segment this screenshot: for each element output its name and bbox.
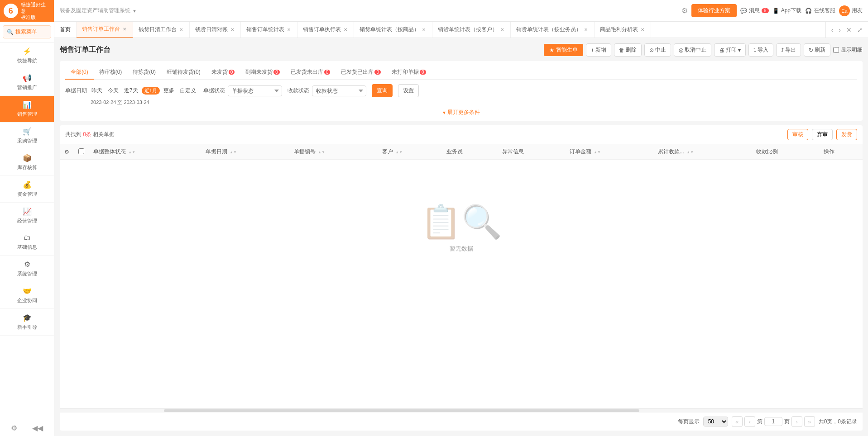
sort-status-icon[interactable]: ▲▼ <box>128 151 135 154</box>
refresh-button[interactable]: ↻ 刷新 <box>804 43 830 57</box>
tab-sales-summary-product[interactable]: 销货单统计表（按商品） ✕ <box>354 22 432 38</box>
payment-select[interactable]: 收款状态 <box>312 85 366 96</box>
sidebar-item-basic[interactable]: 🗂 基础信息 <box>0 229 54 256</box>
tab-sales-workbench[interactable]: 销售订单工作台 ✕ <box>77 22 133 38</box>
tab-close-cash-reconcile[interactable]: ✕ <box>230 26 235 33</box>
status-select[interactable]: 单据状态 <box>228 85 282 96</box>
col-settings[interactable]: ⚙ <box>60 144 74 160</box>
date-btn-1month[interactable]: 近1月 <box>142 87 160 95</box>
col-checkbox[interactable] <box>74 144 89 160</box>
user-action[interactable]: Ea 用友 <box>839 5 863 16</box>
sidebar-item-marketing[interactable]: 📢 营销推广 <box>0 69 54 96</box>
sidebar-item-purchase[interactable]: 🛒 采购管理 <box>0 123 54 149</box>
new-button[interactable]: + 新增 <box>586 43 611 57</box>
sidebar-item-system[interactable]: ⚙ 系统管理 <box>0 256 54 282</box>
settings-button[interactable]: 设置 <box>398 84 419 97</box>
tab-close-cash-daily[interactable]: ✕ <box>178 26 184 33</box>
delete-button[interactable]: 🗑 删除 <box>614 43 642 57</box>
filter-tab-pending-audit[interactable]: 待审核(0) <box>94 66 128 80</box>
online-service-action[interactable]: 🎧 在线客服 <box>805 7 835 14</box>
system-dropdown-arrow[interactable]: ▾ <box>133 8 136 14</box>
sort-date-icon[interactable]: ▲▼ <box>230 151 237 154</box>
filter-tab-wangpu-ship[interactable]: 旺铺待发货(0) <box>161 66 206 80</box>
tab-next-icon[interactable]: › <box>837 25 843 34</box>
filter-tab-all[interactable]: 全部(0) <box>65 66 94 80</box>
sidebar-item-quick-nav[interactable]: ⚡ 快捷导航 <box>0 43 54 69</box>
table-area: 共找到 0条 相关单据 审核 弃审 发货 ⚙ <box>60 125 863 431</box>
page-last-btn[interactable]: » <box>804 416 815 427</box>
tab-cash-reconcile[interactable]: 钱货日清对账 ✕ <box>190 22 241 38</box>
tab-close-sales-workbench[interactable]: ✕ <box>122 26 127 33</box>
scrollbar-thumb[interactable] <box>164 409 639 412</box>
filter-tab-unshipped[interactable]: 未发货0 <box>206 66 240 80</box>
cancel-audit-batch-button[interactable]: 弃审 <box>812 129 833 140</box>
ship-batch-button[interactable]: 发货 <box>836 129 857 140</box>
tab-close-sales-stats[interactable]: ✕ <box>286 26 292 33</box>
sidebar-item-operation[interactable]: 📈 经营管理 <box>0 203 54 229</box>
sort-customer-icon[interactable]: ▲▼ <box>395 151 403 154</box>
tab-cash-daily[interactable]: 钱货日清工作台 ✕ <box>133 22 190 38</box>
headset-icon: 🎧 <box>805 8 812 14</box>
filter-tab-overdue-ship[interactable]: 到期未发货0 <box>240 66 285 80</box>
sort-amount-icon[interactable]: ▲▼ <box>594 151 601 154</box>
col-operation: 操作 <box>819 144 863 160</box>
show-detail-checkbox[interactable] <box>833 47 839 53</box>
filter-tab-shipped-out[interactable]: 已发货已出库0 <box>336 66 386 80</box>
sidebar-item-enterprise[interactable]: 🤝 企业协同 <box>0 282 54 309</box>
tab-close-sales-exec[interactable]: ✕ <box>343 26 348 33</box>
cancel-suspend-button[interactable]: ◎ 取消中止 <box>674 43 711 57</box>
filter-tab-pending-pick[interactable]: 待拣货(0) <box>127 66 161 80</box>
industry-plan-button[interactable]: 体验行业方案 <box>691 4 737 17</box>
sort-number-icon[interactable]: ▲▼ <box>318 151 325 154</box>
tab-sales-summary-customer[interactable]: 销货单统计表（按客户） ✕ <box>432 22 511 38</box>
tab-close-sales-summary-customer[interactable]: ✕ <box>499 26 505 33</box>
expand-more-btn[interactable]: ▾ 展开更多条件 <box>65 109 857 116</box>
tab-sales-stats[interactable]: 销售订单统计表 ✕ <box>241 22 297 38</box>
query-button[interactable]: 查询 <box>372 84 393 97</box>
date-btn-7days[interactable]: 近7天 <box>122 86 140 95</box>
sidebar-item-sales[interactable]: 📊 销售管理 <box>0 96 54 123</box>
filter-tab-shipped-not-out[interactable]: 已发货未出库0 <box>285 66 336 80</box>
search-menu-button[interactable]: 🔍 搜索菜单 <box>3 25 51 38</box>
tab-close-sales-summary-staff[interactable]: ✕ <box>583 26 589 33</box>
date-btn-more[interactable]: 更多 <box>162 86 176 95</box>
tab-maximize-icon[interactable]: ⤢ <box>855 25 864 34</box>
suspend-button[interactable]: ⊙ 中止 <box>644 43 671 57</box>
app-download-action[interactable]: 📱 App下载 <box>772 7 801 14</box>
horizontal-scrollbar[interactable] <box>60 408 863 412</box>
tab-sales-exec[interactable]: 销售订单执行表 ✕ <box>297 22 354 38</box>
phone-icon: 📱 <box>772 8 779 14</box>
tab-home[interactable]: 首页 <box>54 22 77 38</box>
tab-close-all-icon[interactable]: ✕ <box>844 25 854 34</box>
collapse-sidebar-icon[interactable]: ◀◀ <box>32 424 43 432</box>
print-button[interactable]: 🖨 打印 ▾ <box>714 43 746 57</box>
topbar-gear-icon[interactable]: ⚙ <box>681 6 688 15</box>
show-detail-checkbox-label[interactable]: 显示明细 <box>833 46 863 54</box>
quick-nav-icon: ⚡ <box>23 47 32 56</box>
page-next-btn[interactable]: › <box>791 416 802 427</box>
message-action[interactable]: 💬 消息 6 <box>740 7 769 14</box>
smart-order-button[interactable]: ★ 智能生单 <box>544 44 583 56</box>
date-btn-today[interactable]: 今天 <box>106 86 120 95</box>
audit-batch-button[interactable]: 审核 <box>787 129 808 140</box>
date-btn-custom[interactable]: 自定义 <box>178 86 198 95</box>
import-button[interactable]: ⤵ 导入 <box>748 43 773 57</box>
sidebar-item-newbie[interactable]: 🎓 新手引导 <box>0 309 54 336</box>
filter-tab-not-printed[interactable]: 未打印单据0 <box>386 66 432 80</box>
sidebar-item-finance[interactable]: 💰 资金管理 <box>0 176 54 203</box>
tab-prev-icon[interactable]: ‹ <box>830 25 835 34</box>
page-first-btn[interactable]: « <box>732 416 743 427</box>
tab-sales-summary-staff[interactable]: 销货单统计表（按业务员） ✕ <box>511 22 595 38</box>
sort-collected-icon[interactable]: ▲▼ <box>686 151 694 154</box>
page-prev-btn[interactable]: ‹ <box>744 416 755 427</box>
sidebar-item-inventory[interactable]: 📦 库存核算 <box>0 149 54 176</box>
page-size-select[interactable]: 50 20 100 <box>703 417 728 427</box>
date-btn-yesterday[interactable]: 昨天 <box>90 86 104 95</box>
tab-close-gross-profit[interactable]: ✕ <box>640 26 645 33</box>
page-number-input[interactable] <box>764 417 782 426</box>
tab-gross-profit[interactable]: 商品毛利分析表 ✕ <box>595 22 651 38</box>
tab-close-sales-summary-product[interactable]: ✕ <box>421 26 427 33</box>
export-button[interactable]: ⤴ 导出 <box>776 43 801 57</box>
select-all-checkbox[interactable] <box>78 148 84 154</box>
settings-bottom-icon[interactable]: ⚙ <box>11 424 17 432</box>
